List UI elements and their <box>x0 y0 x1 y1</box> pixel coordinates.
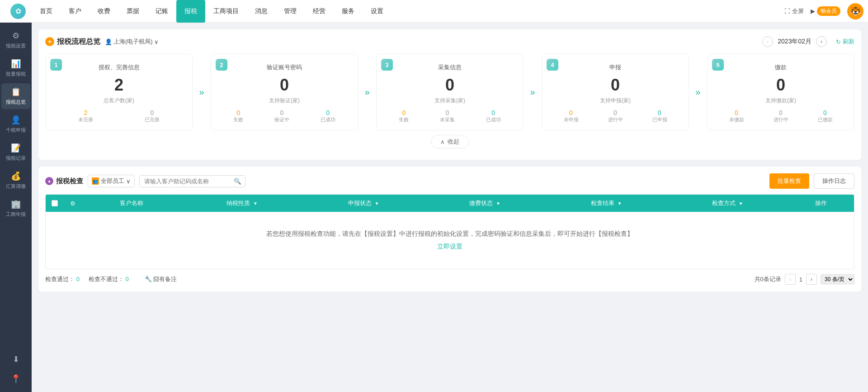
step-4-stat-2[interactable]: 0 已申报 <box>652 109 667 123</box>
fullscreen-icon: ⛶ <box>784 8 790 14</box>
next-month-button[interactable]: › <box>816 36 827 47</box>
annual-tax-icon: 💰 <box>11 171 21 181</box>
step-4-lbl-1: 进行中 <box>608 116 623 123</box>
vip-button[interactable]: ▶ 畅会员 <box>811 6 840 16</box>
refresh-button[interactable]: ↻ 刷新 <box>836 38 854 46</box>
filter-icon-4[interactable]: ▼ <box>617 201 622 206</box>
sidebar-label-batch-tax: 批量报税 <box>6 71 26 77</box>
step-3-stat-0[interactable]: 0 失败 <box>399 109 409 123</box>
step-2-stat-1[interactable]: 0 验证中 <box>274 109 289 123</box>
step-5-stat-2[interactable]: 0 已缴款 <box>818 109 833 123</box>
nav-settings[interactable]: 设置 <box>363 0 392 23</box>
next-page-button[interactable]: › <box>806 274 817 285</box>
nav-customer[interactable]: 客户 <box>61 0 90 23</box>
fail-count[interactable]: 0 <box>125 276 128 282</box>
location-badge[interactable]: 👤 上海(电子税局) ∨ <box>105 38 159 46</box>
prev-page-button[interactable]: ‹ <box>785 274 796 285</box>
step-2-stat-0[interactable]: 0 失败 <box>233 109 243 123</box>
current-page: 1 <box>799 276 802 283</box>
sidebar-label-tax-settings: 报税设置 <box>6 43 26 49</box>
logo: ✿ <box>5 4 32 19</box>
step-3-lbl-2: 已成功 <box>486 116 501 123</box>
fail-stat: 检查不通过： 0 <box>89 275 129 283</box>
filter-icon-5[interactable]: ▼ <box>739 201 743 206</box>
nav-business[interactable]: 工商项目 <box>205 0 247 23</box>
pass-count[interactable]: 0 <box>76 276 80 282</box>
step-1-lbl-0: 未完善 <box>78 116 93 123</box>
footer-note: 🔧 囧有备注 <box>145 275 177 283</box>
step-1-stat-1[interactable]: 0 已完善 <box>145 109 160 123</box>
nav-management[interactable]: 管理 <box>276 0 305 23</box>
sidebar-download[interactable]: ⬇ <box>1 351 30 368</box>
sidebar: ⚙ 报税设置 📊 批量报税 📋 报税总览 👤 个税申报 📝 报税记录 💰 汇算清… <box>0 23 32 392</box>
sidebar-item-batch-tax[interactable]: 📊 批量报税 <box>1 55 30 81</box>
step-2-val-1: 0 <box>274 109 289 116</box>
location-icon: 📍 <box>11 374 21 384</box>
collapse-label: 收起 <box>448 138 459 146</box>
step-5-stat-0[interactable]: 0 未缴款 <box>729 109 744 123</box>
settings-icon[interactable]: ⚙ <box>70 200 75 207</box>
employee-label: 全部员工 <box>101 177 124 185</box>
pass-stat: 检查通过： 0 <box>45 275 80 283</box>
setup-link[interactable]: 立即设置 <box>437 243 462 250</box>
fail-label: 检查不通过： <box>89 276 124 282</box>
operation-log-button[interactable]: 操作日志 <box>814 173 854 189</box>
batch-check-button[interactable]: 批量检查 <box>769 173 809 189</box>
step-2-title: 验证账号密码 <box>218 61 351 72</box>
collapse-button[interactable]: ∧ 收起 <box>431 135 469 148</box>
empty-message: 若您想使用报税检查功能，请先在【报税设置】中进行报税的初始化设置，完成密码验证和… <box>46 212 854 269</box>
col-tax-nature: 纳税性质 ▼ <box>181 195 302 212</box>
filter-icon-2[interactable]: ▼ <box>375 201 379 206</box>
tax-settings-icon: ⚙ <box>12 31 19 41</box>
per-page-select[interactable]: 30 条/页 <box>821 274 854 284</box>
nav-home[interactable]: 首页 <box>32 0 61 23</box>
step-1-stat-0[interactable]: 2 未完善 <box>78 109 93 123</box>
sidebar-item-tax-settings[interactable]: ⚙ 报税设置 <box>1 27 30 53</box>
filter-icon-1[interactable]: ▼ <box>253 201 258 206</box>
search-button[interactable]: 🔍 <box>230 176 245 187</box>
col-check-result-label: 检查结果 <box>591 200 614 206</box>
step-4-card: 4 申报 0 支持申报(家) 0 未申报 0 进行中 <box>542 54 689 130</box>
nav-service[interactable]: 服务 <box>334 0 363 23</box>
employee-select[interactable]: 👥 全部员工 ∨ <box>88 175 135 187</box>
search-box: 🔍 <box>139 175 245 187</box>
step-2-stat-2[interactable]: 0 已成功 <box>321 109 335 123</box>
avatar[interactable]: 🐯 <box>847 3 863 19</box>
filter-icon-3[interactable]: ▼ <box>496 201 500 206</box>
nav-accounting[interactable]: 记账 <box>147 0 176 23</box>
prev-month-button[interactable]: ‹ <box>762 36 773 47</box>
step-5-stat-1[interactable]: 0 进行中 <box>774 109 788 123</box>
sidebar-item-business-annual[interactable]: 🏢 工商年报 <box>1 196 30 221</box>
empty-row: 若您想使用报税检查功能，请先在【报税设置】中进行报税的初始化设置，完成密码验证和… <box>46 212 854 269</box>
sidebar-location[interactable]: 📍 <box>1 370 30 387</box>
header-checkbox[interactable] <box>52 200 58 206</box>
step-4-stat-0[interactable]: 0 未申报 <box>564 109 579 123</box>
step-5-lbl-2: 已缴款 <box>818 116 833 123</box>
search-input[interactable] <box>140 176 230 187</box>
step-4-stat-1[interactable]: 0 进行中 <box>608 109 623 123</box>
step-4-subtitle: 支持申报(家) <box>549 97 682 105</box>
col-declare-status-label: 申报状态 <box>348 200 372 206</box>
step-3-stat-2[interactable]: 0 已成功 <box>486 109 501 123</box>
nav-invoice[interactable]: 票据 <box>118 0 147 23</box>
sidebar-item-personal-tax[interactable]: 👤 个税申报 <box>1 111 30 137</box>
fullscreen-button[interactable]: ⛶ 全屏 <box>784 7 804 15</box>
sidebar-item-annual-tax[interactable]: 💰 汇算清缴 <box>1 167 30 193</box>
step-5-count: 0 <box>714 75 847 95</box>
nav-tax[interactable]: 报税 <box>176 0 205 23</box>
nav-items: 首页 客户 收费 票据 记账 报税 工商项目 消息 管理 经营 服务 设置 <box>32 0 784 23</box>
sidebar-item-tax-overview[interactable]: 📋 报税总览 <box>1 83 30 109</box>
employee-icon: 👥 <box>92 177 99 185</box>
nav-fee[interactable]: 收费 <box>90 0 118 23</box>
nav-operation[interactable]: 经营 <box>305 0 334 23</box>
step-3-title: 采集信息 <box>383 61 516 72</box>
step-2-num: 2 <box>216 59 227 71</box>
nav-message[interactable]: 消息 <box>247 0 276 23</box>
check-header: ● 报税检查 👥 全部员工 ∨ 🔍 批量检查 操作日志 <box>45 173 854 189</box>
sidebar-bottom: ⬇ 📍 <box>1 351 30 387</box>
step-3-stat-1[interactable]: 0 未采集 <box>440 109 455 123</box>
step-3-stats: 0 失败 0 未采集 0 已成功 <box>383 109 516 123</box>
main-content: + 报税流程总览 👤 上海(电子税局) ∨ ‹ 2023年02月 › ↻ 刷新 <box>32 23 868 392</box>
step-2-val-2: 0 <box>321 109 335 116</box>
sidebar-item-tax-record[interactable]: 📝 报税记录 <box>1 139 30 165</box>
